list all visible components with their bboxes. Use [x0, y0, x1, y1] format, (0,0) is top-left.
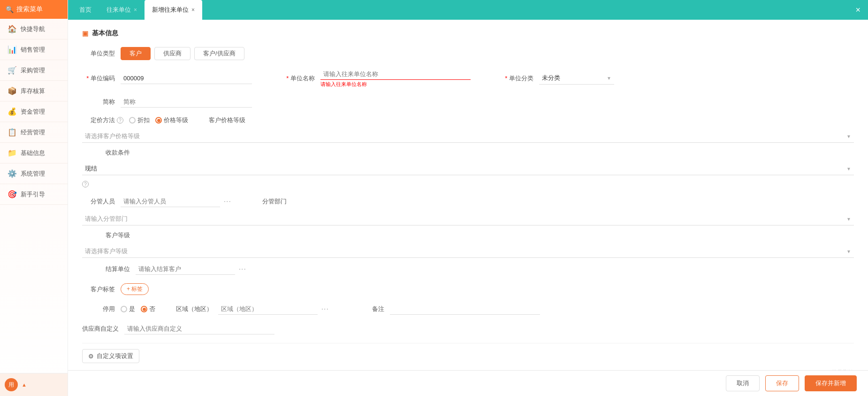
operations-icon: 📋 [8, 128, 17, 137]
unit-code-input[interactable] [121, 73, 252, 84]
sidebar-item-inventory[interactable]: 📦 库存核算 [0, 81, 68, 101]
sidebar-item-label: 采购管理 [21, 66, 45, 75]
pricing-label-group: 定价方法 ? [82, 116, 123, 124]
sidebar-footer: 用 ▲ [0, 373, 68, 396]
unit-category-select[interactable]: 未分类 ▼ [539, 72, 614, 85]
radio-price-level-circle [155, 117, 162, 124]
home-icon: 🏠 [8, 24, 17, 33]
custom-settings-button[interactable]: ⚙ 自定义项设置 [82, 349, 139, 363]
supplier-custom-field [124, 323, 274, 334]
region-field: ··· [218, 303, 331, 315]
disable-label: 停用 [82, 305, 115, 313]
sidebar-item-operations[interactable]: 📋 经营管理 [0, 122, 68, 143]
sidebar-item-label: 新手引导 [21, 190, 45, 199]
chevron-down-icon: ▼ [846, 249, 851, 254]
remark-field [390, 303, 540, 315]
radio-no-label: 否 [149, 305, 155, 313]
section-icon: ▣ [82, 30, 88, 37]
unit-name-field: 请输入往来单位名称 [320, 69, 471, 88]
region-more-icon[interactable]: ··· [320, 305, 331, 313]
tab-new-contact-close[interactable]: × [191, 7, 195, 13]
form-content: ▣ 基本信息 单位类型 客户 供应商 客户/供应商 单位编码 单位名称 请输入往… [68, 20, 868, 370]
customer-price-placeholder: 请选择客户价格等级 [85, 132, 140, 140]
search-icon: 🔍 [6, 6, 14, 13]
unit-code-row: 单位编码 单位名称 请输入往来单位名称 单位分类 未分类 ▼ [82, 69, 854, 88]
settlement-field: ··· [136, 264, 248, 275]
radio-discount[interactable]: 折扣 [129, 116, 150, 124]
help-payment-icon[interactable]: ? [82, 181, 89, 187]
tab-bar: 首页 往来单位 × 新增往来单位 × × [68, 0, 868, 20]
basic-icon: 📁 [8, 148, 17, 157]
customer-price-label: 客户价格等级 [209, 116, 245, 124]
tab-new-contact[interactable]: 新增往来单位 × [145, 0, 202, 20]
add-tag-button[interactable]: + 标签 [121, 283, 149, 295]
customer-price-select[interactable]: 请选择客户价格等级 ▼ [82, 130, 854, 143]
customer-level-select[interactable]: 请选择客户等级 ▼ [82, 245, 854, 258]
abbr-row: 简称 [82, 96, 854, 108]
inventory-icon: 📦 [8, 86, 17, 95]
tab-home[interactable]: 首页 [72, 0, 99, 20]
divider [82, 343, 854, 343]
sidebar-item-quick-nav[interactable]: 🏠 快捷导航 [0, 19, 68, 39]
pricing-radio-group: 折扣 价格等级 [129, 116, 188, 124]
settlement-more-icon[interactable]: ··· [237, 265, 248, 273]
sidebar-item-purchase[interactable]: 🛒 采购管理 [0, 60, 68, 81]
customer-tag-label: 客户标签 [82, 285, 115, 294]
unit-name-label: 单位名称 [282, 74, 315, 83]
finance-icon: 💰 [8, 107, 17, 116]
payment-terms-select[interactable]: 现结 ▼ [82, 163, 854, 175]
sidebar-item-basic[interactable]: 📁 基础信息 [0, 143, 68, 163]
section-title: 基本信息 [92, 29, 118, 38]
guide-icon: 🎯 [8, 190, 17, 199]
type-btn-customer[interactable]: 客户 [121, 47, 151, 60]
sidebar-item-label: 快捷导航 [21, 25, 45, 33]
sidebar-item-finance[interactable]: 💰 资金管理 [0, 101, 68, 122]
abbr-input[interactable] [121, 96, 252, 108]
tab-new-contact-label: 新增往来单位 [152, 6, 189, 14]
radio-no[interactable]: 否 [141, 305, 155, 313]
manager-more-icon[interactable]: ··· [222, 197, 233, 206]
cancel-button[interactable]: 取消 [726, 375, 760, 391]
main-area: 首页 往来单位 × 新增往来单位 × × ▣ 基本信息 单位类型 客户 供应商 … [68, 0, 868, 396]
region-input[interactable] [218, 303, 318, 315]
remark-input[interactable] [390, 303, 540, 315]
sidebar-item-system[interactable]: ⚙️ 系统管理 [0, 163, 68, 184]
unit-name-input[interactable] [320, 69, 471, 80]
abbr-field [121, 96, 252, 108]
radio-no-circle [141, 306, 147, 312]
radio-yes[interactable]: 是 [121, 305, 135, 313]
sidebar-search-label: 搜索菜单 [16, 5, 43, 14]
save-button[interactable]: 保存 [765, 375, 799, 391]
dept-select[interactable]: 请输入分管部门 ▼ [82, 213, 854, 225]
settlement-input[interactable] [136, 264, 235, 275]
tab-contacts-close[interactable]: × [134, 7, 137, 13]
type-btn-supplier[interactable]: 供应商 [154, 47, 190, 60]
save-new-button[interactable]: 保存并新增 [805, 375, 857, 391]
sidebar-item-guide[interactable]: 🎯 新手引导 [0, 184, 68, 205]
dept-placeholder: 请输入分管部门 [85, 215, 128, 223]
tab-contacts[interactable]: 往来单位 × [99, 0, 145, 20]
customer-tag-row: 客户标签 + 标签 [82, 283, 854, 295]
add-tag-label: + 标签 [127, 285, 143, 293]
chevron-down-icon: ▼ [846, 217, 851, 222]
sidebar: 🔍 搜索菜单 🏠 快捷导航 📊 销售管理 🛒 采购管理 📦 库存核算 💰 资金管… [0, 0, 68, 396]
unit-name-error: 请输入往来单位名称 [320, 81, 471, 88]
sidebar-item-sales[interactable]: 📊 销售管理 [0, 39, 68, 60]
custom-settings-label: 自定义项设置 [97, 352, 133, 360]
unit-category-value: 未分类 [542, 74, 560, 82]
chevron-down-icon: ▼ [846, 166, 851, 171]
close-all-tabs[interactable]: × [852, 5, 864, 15]
supplier-custom-input[interactable] [124, 323, 274, 334]
radio-price-level[interactable]: 价格等级 [155, 116, 188, 124]
manager-label: 分管人员 [82, 197, 115, 206]
unit-code-field [121, 73, 252, 84]
help-icon[interactable]: ? [117, 117, 123, 124]
manager-input[interactable] [121, 196, 220, 207]
sidebar-item-label: 基础信息 [21, 149, 45, 157]
tab-home-label: 首页 [79, 6, 91, 14]
manager-field: ··· [121, 196, 233, 207]
sidebar-search[interactable]: 🔍 搜索菜单 [0, 0, 68, 19]
chevron-down-icon: ▼ [846, 134, 851, 139]
sidebar-item-label: 库存核算 [21, 87, 45, 95]
type-btn-both[interactable]: 客户/供应商 [194, 47, 244, 60]
